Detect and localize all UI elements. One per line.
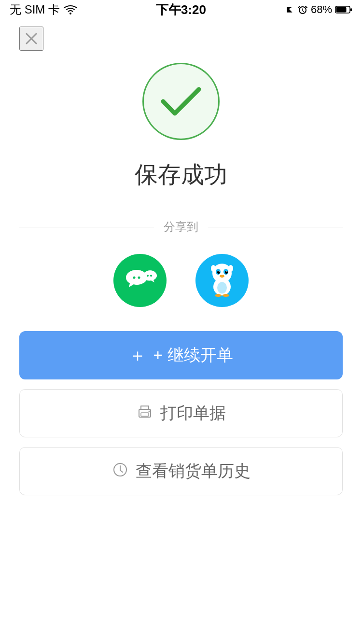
action-buttons: ＋ + 继续开单 打印单据 查看销货单历 [0,331,362,495]
print-label: 打印单据 [160,402,226,424]
svg-point-20 [223,294,229,297]
close-icon [24,31,39,46]
svg-point-6 [138,277,140,279]
svg-rect-24 [141,413,149,416]
plus-icon: ＋ [129,347,146,364]
main-content: 保存成功 分享到 [0,19,362,495]
history-label: 查看销货单历史 [136,460,251,482]
qq-share-button[interactable] [195,254,249,307]
svg-point-7 [147,275,149,277]
no-sim-text: 无 SIM 卡 [10,2,60,17]
svg-point-18 [217,282,227,294]
history-button[interactable]: 查看销货单历史 [19,447,343,495]
svg-point-15 [226,271,227,272]
svg-rect-2 [350,8,352,11]
svg-point-21 [211,265,216,272]
wechat-share-button[interactable] [113,254,167,307]
status-time: 下午3:20 [156,1,206,18]
close-button[interactable] [19,27,43,51]
svg-point-25 [149,411,150,412]
continue-label: + 继续开单 [153,344,233,366]
share-section: 分享到 [0,219,362,307]
alarm-icon [297,4,308,15]
continue-button[interactable]: ＋ + 继续开单 [19,331,343,379]
success-title: 保存成功 [135,159,227,190]
svg-point-22 [228,265,233,272]
svg-point-19 [215,294,222,297]
share-icons [113,254,249,307]
divider-line-left [19,227,154,227]
status-right: 68% [285,3,352,16]
svg-point-14 [219,271,220,272]
share-divider: 分享到 [0,219,362,235]
wechat-logo [123,266,157,295]
status-bar: 无 SIM 卡 下午3:20 68% [0,0,362,19]
svg-point-8 [150,275,152,277]
clock-icon [111,461,129,481]
svg-rect-3 [336,7,346,13]
battery-icon [335,5,352,14]
svg-point-12 [217,271,220,274]
print-button[interactable]: 打印单据 [19,389,343,437]
checkmark-icon [159,84,203,118]
svg-point-5 [133,277,136,279]
wifi-icon [64,5,77,14]
printer-svg [136,403,153,420]
status-left: 无 SIM 卡 [10,2,77,17]
printer-icon [136,403,153,423]
share-label: 分享到 [154,219,208,235]
success-icon-circle [142,63,220,140]
qq-logo [207,263,238,299]
svg-point-13 [225,271,228,274]
svg-point-16 [220,275,224,278]
location-icon [285,5,294,14]
divider-line-right [208,227,343,227]
clock-svg [111,461,129,478]
battery-percent: 68% [311,3,332,16]
